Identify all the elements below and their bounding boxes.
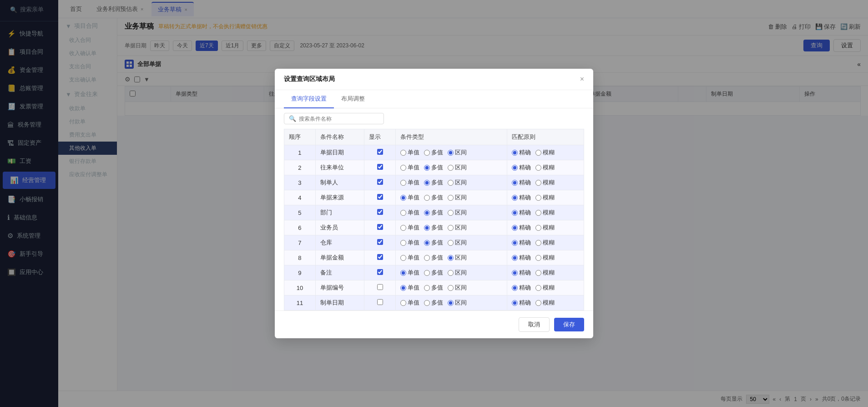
condition-search-input[interactable] xyxy=(299,116,379,122)
radio-type-item[interactable]: 区间 xyxy=(448,254,467,262)
radio-type-item[interactable]: 单值 xyxy=(400,193,419,202)
radio-match-item[interactable]: 模糊 xyxy=(535,148,555,157)
cell-match: 精确模糊 xyxy=(507,145,584,160)
radio-type-item[interactable]: 单值 xyxy=(400,163,419,172)
radio-match-item[interactable]: 精确 xyxy=(512,269,531,277)
cell-match: 精确模糊 xyxy=(507,205,584,220)
radio-type-item[interactable]: 多值 xyxy=(424,239,443,247)
col-match-rule: 匹配原则 xyxy=(507,129,584,145)
radio-type-item[interactable]: 单值 xyxy=(400,284,419,292)
radio-match-item[interactable]: 精确 xyxy=(512,239,531,247)
col-order: 顺序 xyxy=(284,129,316,145)
show-checkbox[interactable] xyxy=(377,299,383,305)
table-row: 10单据编号单值多值区间精确模糊 xyxy=(284,280,584,295)
radio-type-item[interactable]: 单值 xyxy=(400,239,419,247)
radio-match-item[interactable]: 精确 xyxy=(512,284,531,292)
table-row: 2往来单位单值多值区间精确模糊 xyxy=(284,160,584,175)
radio-type-item[interactable]: 多值 xyxy=(424,224,443,232)
radio-match-item[interactable]: 模糊 xyxy=(535,163,555,172)
radio-type-item[interactable]: 区间 xyxy=(448,163,467,172)
cell-name: 备注 xyxy=(315,265,364,280)
cell-type: 单值多值区间 xyxy=(396,265,507,280)
radio-match-item[interactable]: 模糊 xyxy=(535,209,555,217)
show-checkbox[interactable] xyxy=(377,224,383,230)
radio-type-item[interactable]: 区间 xyxy=(448,239,467,247)
radio-type-item[interactable]: 多值 xyxy=(424,254,443,262)
radio-type-item[interactable]: 区间 xyxy=(448,299,467,307)
cell-type: 单值多值区间 xyxy=(396,220,507,235)
show-checkbox[interactable] xyxy=(377,179,383,185)
cancel-button[interactable]: 取消 xyxy=(519,317,550,332)
radio-match-item[interactable]: 模糊 xyxy=(535,239,555,247)
show-checkbox[interactable] xyxy=(377,269,383,275)
cell-type: 单值多值区间 xyxy=(396,235,507,250)
radio-match-item[interactable]: 模糊 xyxy=(535,299,555,307)
radio-type-item[interactable]: 区间 xyxy=(448,148,467,157)
radio-type-item[interactable]: 区间 xyxy=(448,284,467,292)
cell-show xyxy=(364,280,396,295)
radio-type-item[interactable]: 多值 xyxy=(424,299,443,307)
radio-match-item[interactable]: 精确 xyxy=(512,163,531,172)
dialog-close-btn[interactable]: × xyxy=(580,75,584,83)
radio-type-item[interactable]: 多值 xyxy=(424,209,443,217)
radio-type-item[interactable]: 多值 xyxy=(424,284,443,292)
show-checkbox[interactable] xyxy=(377,239,383,245)
cell-name: 单据来源 xyxy=(315,190,364,205)
radio-type-item[interactable]: 区间 xyxy=(448,224,467,232)
cell-show xyxy=(364,205,396,220)
radio-type-item[interactable]: 单值 xyxy=(400,254,419,262)
radio-match-item[interactable]: 模糊 xyxy=(535,269,555,277)
radio-type-item[interactable]: 多值 xyxy=(424,148,443,157)
radio-type-item[interactable]: 单值 xyxy=(400,209,419,217)
radio-type-item[interactable]: 单值 xyxy=(400,178,419,187)
radio-match-item[interactable]: 模糊 xyxy=(535,224,555,232)
radio-match-item[interactable]: 模糊 xyxy=(535,193,555,202)
radio-match-item[interactable]: 精确 xyxy=(512,254,531,262)
cell-show xyxy=(364,250,396,265)
radio-type-item[interactable]: 单值 xyxy=(400,224,419,232)
radio-match-item[interactable]: 模糊 xyxy=(535,284,555,292)
radio-match-item[interactable]: 精确 xyxy=(512,193,531,202)
cell-match: 精确模糊 xyxy=(507,235,584,250)
radio-match-item[interactable]: 精确 xyxy=(512,209,531,217)
radio-match-item[interactable]: 精确 xyxy=(512,148,531,157)
radio-type-item[interactable]: 单值 xyxy=(400,269,419,277)
radio-type-item[interactable]: 区间 xyxy=(448,193,467,202)
dialog-tab-layout[interactable]: 布局调整 xyxy=(334,90,372,108)
cell-name: 部门 xyxy=(315,205,364,220)
show-checkbox[interactable] xyxy=(377,149,383,155)
search-wrap: 🔍 xyxy=(284,113,384,124)
radio-type-item[interactable]: 区间 xyxy=(448,269,467,277)
cell-match: 精确模糊 xyxy=(507,280,584,295)
dialog-tab-fields[interactable]: 查询字段设置 xyxy=(284,90,334,108)
radio-type-item[interactable]: 单值 xyxy=(400,299,419,307)
show-checkbox[interactable] xyxy=(377,164,383,170)
radio-type-item[interactable]: 多值 xyxy=(424,163,443,172)
radio-match-item[interactable]: 精确 xyxy=(512,224,531,232)
radio-type-item[interactable]: 多值 xyxy=(424,193,443,202)
show-checkbox[interactable] xyxy=(377,209,383,215)
radio-type-item[interactable]: 多值 xyxy=(424,178,443,187)
save-button[interactable]: 保存 xyxy=(554,318,584,331)
radio-match-item[interactable]: 精确 xyxy=(512,299,531,307)
cell-show xyxy=(364,190,396,205)
show-checkbox[interactable] xyxy=(377,194,383,200)
radio-type-item[interactable]: 单值 xyxy=(400,148,419,157)
radio-match-item[interactable]: 精确 xyxy=(512,178,531,187)
radio-type-item[interactable]: 区间 xyxy=(448,209,467,217)
cell-type: 单值多值区间 xyxy=(396,295,507,310)
dialog: 设置查询区域布局 × 查询字段设置 布局调整 🔍 顺序 xyxy=(275,69,593,338)
radio-match-item[interactable]: 模糊 xyxy=(535,254,555,262)
cell-show xyxy=(364,160,396,175)
table-row: 9备注单值多值区间精确模糊 xyxy=(284,265,584,280)
radio-type-item[interactable]: 多值 xyxy=(424,269,443,277)
cell-order: 4 xyxy=(284,190,316,205)
cell-order: 6 xyxy=(284,220,316,235)
dialog-footer: 取消 保存 xyxy=(275,310,593,338)
radio-match-item[interactable]: 模糊 xyxy=(535,178,555,187)
show-checkbox[interactable] xyxy=(377,284,383,290)
show-checkbox[interactable] xyxy=(377,254,383,260)
radio-type-item[interactable]: 区间 xyxy=(448,178,467,187)
cell-type: 单值多值区间 xyxy=(396,205,507,220)
table-row: 3制单人单值多值区间精确模糊 xyxy=(284,175,584,190)
